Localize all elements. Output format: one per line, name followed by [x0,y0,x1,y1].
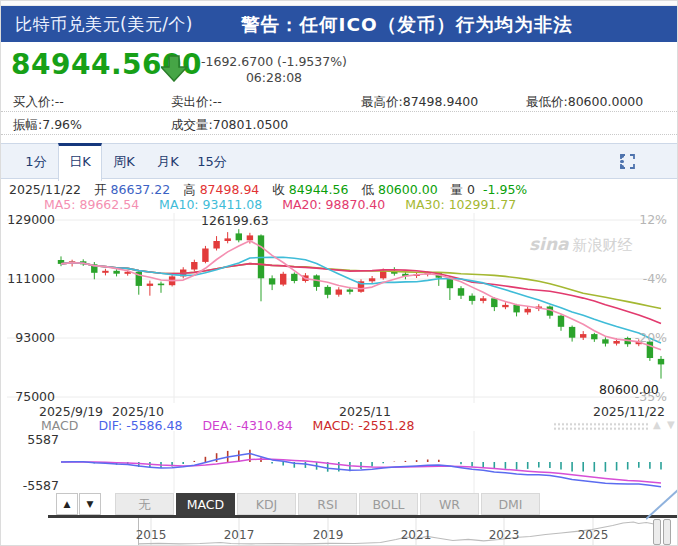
x-axis-label: 2025/10 [112,404,164,419]
macd-chart[interactable] [1,431,678,493]
chart-toolbar-icons [620,152,624,171]
sell-price-value: -- [213,94,222,109]
ma-readout: MA5: 89662.54 MA10: 93411.08 MA20: 98870… [44,197,532,212]
open-value: 86637.22 [111,182,171,197]
timeline-year-label: 2025 [578,528,609,542]
timeline-year-label: 2021 [401,528,432,542]
timeline-year-label: 2017 [224,528,255,542]
quote-time: 06:28:08 [201,70,347,86]
price-down-arrow-icon [161,55,188,82]
volume-label: 成交量: [171,117,213,132]
indicator-tab-bar: ▲ ▼ 无 MACD KDJ RSI BOLL WR DMI [1,493,677,515]
pct-value: -1.95% [483,182,527,197]
timeline-year-label: 2023 [489,528,520,542]
x-axis-label: 2025/11/22 [593,404,665,419]
ohlc-date: 2025/11/22 [9,182,81,197]
tab-daily-k[interactable]: 日K [58,143,102,181]
close-label: 收 [272,182,285,197]
fullscreen-icon[interactable] [620,154,635,169]
info-row-2: 振幅:7.96% 成交量:70801.0500 [1,113,677,135]
low-price-label: 最低价: [526,94,568,109]
ma10-value: MA10: 93411.08 [159,197,262,212]
volume-value: 70801.0500 [213,117,289,132]
close-value: 84944.56 [289,182,349,197]
buy-price-value: -- [55,94,64,109]
high-value: 87498.94 [200,182,260,197]
timeline-handle-left[interactable] [653,519,661,545]
vol-label: 量 [451,182,464,197]
tab-monthly-k[interactable]: 月K [146,144,190,180]
ico-warning-text: 警告：任何ICO（发币）行为均为非法 [241,12,573,37]
indicator-tabs: 无 MACD KDJ RSI BOLL WR DMI [115,493,540,515]
zoom-out-icon[interactable]: ▼ [667,419,675,430]
ma20-value: MA20: 98870.40 [282,197,385,212]
ma30-value: MA30: 102991.77 [405,197,516,212]
pct-axis-label: -20% [635,330,667,345]
low-label: 低 [361,182,374,197]
indicator-tab-rsi[interactable]: RSI [298,493,357,515]
tab-weekly-k[interactable]: 周K [102,144,146,180]
indicator-tab-macd[interactable]: MACD [176,493,235,515]
indicator-tab-none[interactable]: 无 [115,493,174,515]
decorative-blue-line [646,487,678,521]
indicator-up-button[interactable]: ▲ [56,493,78,515]
peak-price-label: 126199.63 [201,213,269,228]
title-bar: 比特币兑美元(美元/个) 警告：任何ICO（发币）行为均为非法 [1,6,677,42]
timeline-year-label: 2019 [313,528,344,542]
indicator-tab-wr[interactable]: WR [420,493,479,515]
high-label: 高 [183,182,196,197]
sell-price-label: 卖出价: [171,94,213,109]
low-value: 80600.00 [378,182,438,197]
price-axis-label: 93000 [5,330,55,345]
vol-value: 0 [467,182,475,197]
x-axis-label: 2025/11 [339,404,391,419]
sina-logo: sina [529,234,569,254]
open-label: 开 [94,182,107,197]
low-price-value: 80600.0000 [568,94,644,109]
ma5-value: MA5: 89662.54 [44,197,139,212]
tab-1min[interactable]: 1分 [14,144,58,180]
pct-axis-label: 12% [639,212,667,227]
indicator-tab-boll[interactable]: BOLL [359,493,418,515]
price-change-block: -1692.6700 (-1.9537%) 06:28:08 [201,54,347,86]
macd-axis-label: -5587 [11,478,59,493]
timeline-year-label: 2015 [136,528,167,542]
zoom-in-icon[interactable]: ▲ [653,419,661,430]
info-row-1: 买入价:-- 卖出价:-- 最高价:87498.9400 最低价:80600.0… [1,90,677,112]
macd-axis-label: 5587 [11,432,59,447]
high-price-value: 87498.9400 [403,94,479,109]
amplitude-label: 振幅: [13,117,42,132]
tab-15min[interactable]: 15分 [190,144,234,180]
indicator-down-button[interactable]: ▼ [79,493,101,515]
price-axis-label: 129000 [5,212,55,227]
sina-watermark: sina新浪财经 [529,234,633,255]
price-change: -1692.6700 (-1.9537%) [201,54,347,70]
indicator-tab-kdj[interactable]: KDJ [237,493,296,515]
price-axis-label: 75000 [5,389,55,404]
pct-axis-label: -4% [643,271,667,286]
zoom-scrollbar-track[interactable] [553,422,649,431]
amplitude-value: 7.96% [42,117,82,132]
x-axis-label: 2025/9/19 [39,404,103,419]
btc-usd-quote-page: 比特币兑美元(美元/个) 警告：任何ICO（发币）行为均为非法 84944.56… [0,0,678,546]
price-axis-label: 111000 [5,271,55,286]
buy-price-label: 买入价: [13,94,55,109]
page-title: 比特币兑美元(美元/个) [15,13,193,36]
low-price-label: 80600.00 [599,382,659,397]
indicator-tab-dmi[interactable]: DMI [481,493,540,515]
high-price-label: 最高价: [361,94,403,109]
timeline-handle-right[interactable] [663,519,671,545]
